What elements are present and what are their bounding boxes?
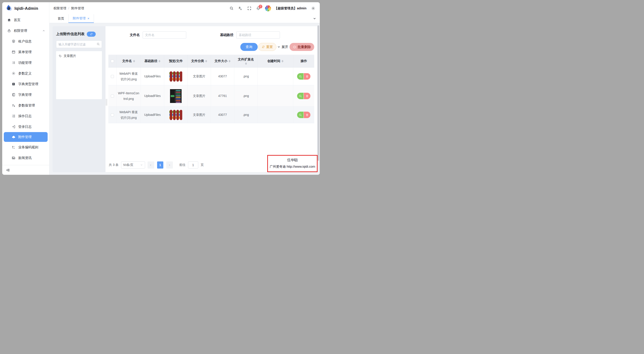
magnifier-icon xyxy=(299,113,302,116)
delete-row-button[interactable] xyxy=(304,112,310,118)
minus-circle-icon xyxy=(293,45,296,49)
col-preview: 预览/文件 xyxy=(164,55,188,68)
batch-delete-button[interactable]: 批量删除 xyxy=(290,43,314,51)
tree-node-article-images[interactable]: 文章图片 xyxy=(58,54,100,58)
logo: Iqidi-Admin xyxy=(2,2,49,15)
cell-filesize: 43077 xyxy=(211,68,234,85)
prev-page-button[interactable] xyxy=(148,161,154,169)
avatar[interactable] xyxy=(265,5,271,11)
attachment-table-card: 文件名 基础路径 查询 重置 xyxy=(106,26,317,172)
collapse-sidebar-icon[interactable] xyxy=(6,168,10,172)
breadcrumb: 权限管理 / 附件管理 xyxy=(54,6,84,10)
tag-icon xyxy=(58,54,62,58)
filter-search-icon xyxy=(96,42,100,46)
page-size-select[interactable]: 50条/页 xyxy=(121,161,145,169)
settings-gear-icon[interactable] xyxy=(311,6,315,10)
home-icon xyxy=(7,18,11,22)
chevron-right-icon xyxy=(168,164,171,166)
breadcrumb-permissions[interactable]: 权限管理 xyxy=(54,6,66,10)
sidebar-item-home[interactable]: 首页 xyxy=(2,15,49,25)
search-form: 文件名 基础路径 xyxy=(108,31,314,39)
tab-attachments[interactable]: 附件管理 × xyxy=(68,14,94,23)
col-filesize[interactable]: 文件大小 xyxy=(211,55,234,68)
total-count: 共 3 条 xyxy=(109,163,118,167)
sidebar-item-news[interactable]: 新闻资讯 xyxy=(2,153,49,163)
chevron-left-icon xyxy=(150,164,152,166)
sidebar-item-param-values[interactable]: 参数值管理 xyxy=(2,100,49,111)
search-icon[interactable] xyxy=(230,6,234,10)
translate-icon[interactable] xyxy=(238,6,242,10)
cell-filesize: 43077 xyxy=(211,107,234,123)
dictionary-book-icon xyxy=(12,93,16,97)
col-created[interactable]: 创建时间 xyxy=(258,55,293,68)
cell-basepath: UploadFiles xyxy=(141,107,164,123)
close-tab-icon[interactable]: × xyxy=(88,17,90,20)
goto-page-input[interactable] xyxy=(188,161,198,169)
cell-filename: WebAPI 垂直切片(4).png xyxy=(116,68,141,85)
vertical-slices-preview-image[interactable] xyxy=(169,110,182,120)
sidebar-item-attachments[interactable]: 附件管理 xyxy=(4,132,48,142)
sidebar-item-menus[interactable]: 菜单管理 xyxy=(2,47,49,57)
basepath-input[interactable] xyxy=(236,31,280,39)
basepath-field-label: 基础路径 xyxy=(220,33,234,37)
select-all-cell xyxy=(108,55,116,68)
lock-icon xyxy=(7,29,11,33)
chevron-down-icon xyxy=(140,164,143,166)
sidebar-item-login-log[interactable]: 登录日志 xyxy=(2,121,49,132)
content: 上传附件信息列表 文章图片 xyxy=(50,23,320,175)
row-checkbox[interactable] xyxy=(111,113,114,116)
view-row-button[interactable] xyxy=(297,93,304,99)
query-button[interactable]: 查询 xyxy=(240,43,258,51)
notifications-bell-icon[interactable]: 7 xyxy=(256,6,260,10)
sidebar-item-business-code-rules[interactable]: 业务编码规则 xyxy=(2,142,49,153)
page-1-button[interactable]: 1 xyxy=(157,161,163,169)
filename-input[interactable] xyxy=(143,31,186,39)
view-row-button[interactable] xyxy=(297,73,304,80)
reset-button[interactable]: 重置 xyxy=(258,43,276,51)
row-checkbox[interactable] xyxy=(111,75,114,78)
sidebar-item-tenants[interactable]: 租户信息 xyxy=(2,36,49,47)
sidebar-item-functions[interactable]: 功能管理 xyxy=(2,57,49,68)
menu-window-icon xyxy=(12,50,16,54)
sidebar-item-dict-types[interactable]: 字典类型管理 xyxy=(2,79,49,89)
tabbar: 首页 附件管理 × xyxy=(50,14,320,23)
goto-label: 前往 xyxy=(179,163,186,167)
sidebar-item-param-define[interactable]: 参数定义 xyxy=(2,68,49,79)
sidebar-item-operation-log[interactable]: 操作日志 xyxy=(2,111,49,121)
window-frame: Iqidi-Admin 首页 权限管理 租户信息 菜单管 xyxy=(0,0,322,177)
select-all-checkbox[interactable] xyxy=(111,60,114,63)
magnifier-icon xyxy=(299,75,302,78)
next-page-button[interactable] xyxy=(166,161,173,169)
scrollbar-thumb[interactable] xyxy=(318,25,319,161)
current-user[interactable]: 【超级管理员】admin xyxy=(274,6,306,10)
reset-refresh-icon xyxy=(262,45,265,48)
delete-row-button[interactable] xyxy=(304,93,310,99)
col-actions: 操作 xyxy=(293,55,314,68)
refresh-tree-button[interactable] xyxy=(87,31,96,37)
trash-icon xyxy=(306,113,309,116)
cell-filesize: 47761 xyxy=(211,85,234,107)
itemscontrol-diagram-preview-image[interactable] xyxy=(170,89,182,103)
watermark-box: 伍华聪 广州爱奇迪 http://www.iqidi.com xyxy=(267,155,318,172)
tab-list-chevron-down-icon[interactable] xyxy=(313,14,316,23)
col-extension[interactable]: 文件扩展名 xyxy=(234,55,258,68)
row-checkbox[interactable] xyxy=(111,94,114,98)
col-category[interactable]: 文件分类 xyxy=(188,55,211,68)
panel-splitter-handle[interactable] xyxy=(106,99,108,106)
table-row: WebAPI 垂直切片(3).png UploadFiles 文 xyxy=(108,107,314,123)
sidebar-item-dicts[interactable]: 字典管理 xyxy=(2,89,49,100)
expand-toggle[interactable]: 展开 xyxy=(277,45,288,49)
attachment-type-tree: 文章图片 xyxy=(56,51,102,99)
delete-row-button[interactable] xyxy=(304,73,310,80)
tree-filter-input[interactable] xyxy=(56,40,102,48)
magnifier-icon xyxy=(299,94,302,98)
col-filename[interactable]: 文件名 xyxy=(116,55,141,68)
sort-carets-icon xyxy=(228,60,230,62)
tab-home[interactable]: 首页 xyxy=(54,14,68,23)
vertical-slices-preview-image[interactable] xyxy=(169,71,182,82)
sidebar-group-permissions[interactable]: 权限管理 xyxy=(2,25,49,36)
fullscreen-icon[interactable] xyxy=(247,6,252,10)
view-row-button[interactable] xyxy=(297,112,304,118)
col-basepath[interactable]: 基础路径 xyxy=(141,55,164,68)
breadcrumb-attachments: 附件管理 xyxy=(71,6,84,10)
